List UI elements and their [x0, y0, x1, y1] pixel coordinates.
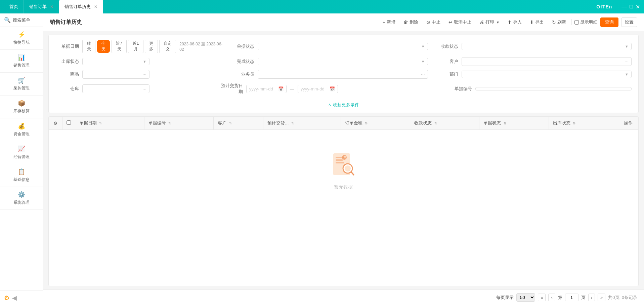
date-quick-btns: 昨天 今天 近7天 近1月 更多 自定义	[82, 40, 176, 53]
date-separator: —	[290, 86, 294, 91]
payment-select[interactable]: ▼	[462, 43, 632, 50]
page-size-select[interactable]: 10 20 50 100	[516, 293, 535, 302]
sidebar-item-operation-management[interactable]: 📈 经营管理	[0, 141, 43, 164]
dept-select[interactable]: ▼	[462, 71, 632, 78]
col-delivery-status-sort-icon[interactable]: ⇅	[573, 121, 575, 125]
order-no-label: 单据编号	[448, 86, 475, 92]
query-button[interactable]: 查询	[600, 17, 618, 27]
close-btn[interactable]: ✕	[636, 4, 640, 10]
complete-label: 完成状态	[231, 59, 258, 65]
sidebar-item-label: 经营管理	[13, 154, 30, 160]
col-order-no-sort-icon[interactable]: ⇅	[168, 121, 171, 125]
delivery-select[interactable]: ▼	[82, 58, 149, 65]
th-order-amount[interactable]: 订单金额 ⇅	[341, 117, 410, 130]
delete-button[interactable]: 🗑 删除	[401, 18, 421, 27]
collapse-btn[interactable]: ∧ 收起更多条件	[328, 102, 359, 107]
first-page-btn[interactable]: «	[538, 294, 546, 301]
last-page-btn[interactable]: »	[598, 294, 605, 301]
col-expected-delivery-sort-icon[interactable]: ⇅	[291, 121, 294, 125]
date-btn-today[interactable]: 今天	[97, 40, 110, 53]
tab-sales-history[interactable]: 销售订单历史 ✕	[59, 0, 103, 13]
col-settings-icon[interactable]: ⚙	[53, 121, 57, 126]
sidebar-gear-btn[interactable]: ⚙	[4, 294, 9, 302]
prev-page-btn[interactable]: ‹	[548, 294, 555, 301]
th-order-no[interactable]: 单据编号 ⇅	[144, 117, 213, 130]
customer-dots-icon[interactable]: ···	[625, 59, 629, 64]
tab-home[interactable]: 首页	[4, 0, 24, 13]
th-payment-status[interactable]: 收款状态 ⇅	[410, 117, 479, 130]
next-page-btn[interactable]: ›	[588, 294, 595, 301]
print-button[interactable]: 🖨 打印 ▼	[477, 18, 502, 27]
quick-nav-icon: ⚡	[18, 31, 25, 38]
col-payment-status-sort-icon[interactable]: ⇅	[434, 121, 437, 125]
stop-button[interactable]: ⊘ 中止	[424, 18, 443, 27]
date-btn-1month[interactable]: 近1月	[128, 40, 143, 53]
sidebar-item-basic-info[interactable]: 📋 基础信息	[0, 164, 43, 187]
col-customer-sort-icon[interactable]: ⇅	[229, 121, 232, 125]
status-select[interactable]: ▼	[258, 43, 428, 50]
export-button[interactable]: ⬇ 导出	[527, 18, 547, 27]
order-no-input[interactable]	[475, 87, 632, 90]
warehouse-dots-icon[interactable]: ···	[142, 86, 146, 91]
col-date-sort-icon[interactable]: ⇅	[99, 121, 102, 125]
customer-input[interactable]: ···	[462, 57, 632, 66]
date-btn-7days[interactable]: 近7天	[112, 40, 127, 53]
add-button[interactable]: + 新增	[380, 18, 398, 27]
th-expected-delivery[interactable]: 预计交货... ⇅	[263, 117, 341, 130]
order-no-filter-value	[475, 87, 632, 90]
settings-button[interactable]: 设置	[621, 17, 637, 27]
th-customer[interactable]: 客户 ⇅	[214, 117, 263, 130]
collapse-icon: ∧	[328, 102, 332, 107]
expected-date-end[interactable]: yyyy-mm-dd 📅	[298, 85, 338, 93]
tab-sales-order-close[interactable]: ✕	[50, 4, 53, 9]
show-columns-checkbox[interactable]	[574, 20, 579, 25]
th-order-status[interactable]: 单据状态 ⇅	[479, 117, 549, 130]
goods-dots-icon[interactable]: ···	[142, 72, 146, 77]
expected-date-filter-value: yyyy-mm-dd 📅 — yyyy-mm-dd 📅	[246, 85, 442, 93]
date-btn-more[interactable]: 更多	[145, 40, 158, 53]
status-label: 单据状态	[231, 43, 258, 49]
import-button[interactable]: ⬆ 导入	[505, 18, 524, 27]
salesman-input[interactable]: ···	[258, 70, 428, 79]
col-order-status-sort-icon[interactable]: ⇅	[504, 121, 506, 125]
cancel-stop-button[interactable]: ↩ 取消中止	[446, 18, 474, 27]
last-page-icon: »	[600, 295, 603, 300]
warehouse-label: 仓库	[55, 86, 82, 92]
maximize-btn[interactable]: □	[630, 4, 633, 10]
page-unit: 页	[581, 295, 586, 301]
sidebar-item-quick-nav[interactable]: ⚡ 快捷导航	[0, 27, 43, 50]
salesman-dots-icon[interactable]: ···	[421, 72, 425, 77]
refresh-button[interactable]: ↻ 刷新	[549, 18, 569, 27]
warehouse-input[interactable]: ···	[82, 84, 149, 93]
sidebar-item-system-management[interactable]: ⚙️ 系统管理	[0, 187, 43, 210]
col-order-amount-sort-icon[interactable]: ⇅	[365, 121, 368, 125]
dept-label: 部门	[435, 71, 462, 77]
th-settings[interactable]: ⚙	[49, 117, 62, 130]
sidebar-collapse-btn[interactable]: ◀	[12, 294, 17, 302]
tab-sales-order[interactable]: 销售订单 ✕	[24, 0, 59, 13]
th-delivery-status[interactable]: 出库状态 ⇅	[549, 117, 618, 130]
sidebar-item-funds-management[interactable]: 💰 资金管理	[0, 118, 43, 141]
table-body: 暂无数据	[49, 130, 638, 211]
minimize-btn[interactable]: —	[621, 4, 627, 10]
th-date[interactable]: 单据日期 ⇅	[75, 117, 144, 130]
select-all-checkbox[interactable]	[67, 120, 71, 125]
sidebar-item-sales-management[interactable]: 📊 销售管理	[0, 50, 43, 73]
th-checkbox[interactable]	[62, 117, 75, 130]
tab-sales-history-close[interactable]: ✕	[94, 4, 97, 9]
show-columns-check[interactable]: 显示明细	[574, 19, 598, 25]
first-page-icon: «	[541, 295, 543, 300]
pagination-bar: 每页显示 10 20 50 100 « ‹ 第 页 › » 共0页, 0条记录	[43, 290, 644, 305]
sidebar-item-purchase-management[interactable]: 🛒 采购管理	[0, 73, 43, 96]
date-btn-custom[interactable]: 自定义	[159, 40, 176, 53]
goods-input[interactable]: ···	[82, 70, 149, 79]
sidebar-item-search-menu[interactable]: 🔍 搜索菜单	[0, 13, 43, 27]
sidebar-item-inventory[interactable]: 📦 库存核算	[0, 96, 43, 118]
expected-date-start[interactable]: yyyy-mm-dd 📅	[246, 85, 287, 93]
complete-select[interactable]: ▼	[258, 58, 428, 65]
current-page-input[interactable]	[565, 294, 578, 301]
date-btn-yesterday[interactable]: 昨天	[82, 40, 95, 53]
date-start-placeholder: yyyy-mm-dd	[249, 86, 278, 91]
payment-label: 收款状态	[435, 43, 462, 49]
payment-filter-value: ▼	[462, 43, 632, 50]
